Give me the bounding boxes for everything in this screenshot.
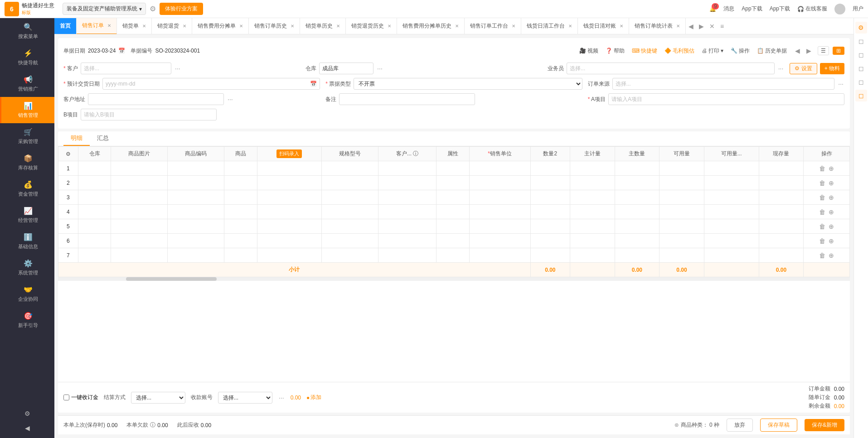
tab-sales-order-history[interactable]: 销售订单历史 ✕ xyxy=(249,18,300,34)
warehouse-input[interactable] xyxy=(319,63,373,74)
th-customer-code[interactable]: 客户... ⓘ xyxy=(378,147,436,161)
project-b-input[interactable] xyxy=(81,109,217,120)
row-5-avail2[interactable] xyxy=(704,219,759,234)
project-a-input[interactable] xyxy=(608,93,844,105)
row-4-product[interactable] xyxy=(224,205,257,219)
row-5-unit[interactable] xyxy=(469,219,530,234)
customer-address-input[interactable] xyxy=(88,93,224,105)
row-7-image[interactable] xyxy=(111,248,168,263)
delete-row-4-btn[interactable]: 🗑 xyxy=(818,207,826,217)
th-main-qty[interactable]: 主数量 xyxy=(615,147,659,161)
tab-close-sales-order-history[interactable]: ✕ xyxy=(291,24,294,29)
row-3-customer-code[interactable] xyxy=(378,190,436,205)
sidebar-item-basic-info[interactable]: ℹ️ 基础信息 xyxy=(0,228,54,255)
delete-row-7-btn[interactable]: 🗑 xyxy=(818,251,826,260)
tab-sales-return[interactable]: 销货退货 ✕ xyxy=(152,18,192,34)
sidebar-item-sales[interactable]: 📊 销售管理 xyxy=(0,97,54,123)
discard-btn[interactable]: 放弃 xyxy=(727,419,753,432)
save-draft-btn[interactable]: 保存草稿 xyxy=(760,419,797,432)
operate-btn[interactable]: 🔧 操作 xyxy=(729,46,752,56)
row-6-current[interactable] xyxy=(759,234,804,248)
row-4-main-unit[interactable] xyxy=(570,205,615,219)
row-6-spec[interactable] xyxy=(322,234,378,248)
row-6-attr[interactable] xyxy=(436,234,469,248)
row-6-code[interactable] xyxy=(168,234,224,248)
right-sidebar-btn-5[interactable]: ◻ xyxy=(855,90,867,101)
tab-expense-history[interactable]: 销售费用分摊单历史 ✕ xyxy=(397,18,465,34)
row-7-avail[interactable] xyxy=(659,248,704,263)
history-btn[interactable]: 📋 历史单据 xyxy=(755,46,789,56)
tab-daily-reconcile[interactable]: 钱货日清对账 ✕ xyxy=(578,18,629,34)
row-3-qty2[interactable] xyxy=(530,190,570,205)
row-1-image[interactable] xyxy=(111,161,168,176)
tab-home[interactable]: 首页 xyxy=(54,18,77,34)
notification-bell[interactable]: 🔔 9 xyxy=(709,6,716,12)
tab-sales-stats[interactable]: 销售订单统计表 ✕ xyxy=(629,18,686,34)
row-7-product[interactable] xyxy=(224,248,257,263)
row-2-current[interactable] xyxy=(759,176,804,190)
right-sidebar-btn-3[interactable]: ◻ xyxy=(855,63,867,74)
tab-return-history[interactable]: 销货退货历史 ✕ xyxy=(346,18,397,34)
row-4-current[interactable] xyxy=(759,205,804,219)
sidebar-item-tutorial[interactable]: 🎯 新手引导 xyxy=(0,307,54,333)
right-sidebar-btn-1[interactable]: ◻ xyxy=(855,35,867,47)
row-2-warehouse[interactable] xyxy=(78,176,111,190)
delivery-date-input[interactable]: yyyy-mm-dd 📅 xyxy=(102,78,320,90)
row-7-unit[interactable] xyxy=(469,248,530,263)
row-7-qty2[interactable] xyxy=(530,248,570,263)
scrollbar-area[interactable] xyxy=(58,277,850,281)
save-new-btn[interactable]: 保存&新增 xyxy=(805,419,844,431)
sidebar-item-operations[interactable]: 📈 经营管理 xyxy=(0,202,54,228)
row-1-code[interactable] xyxy=(168,161,224,176)
row-2-avail[interactable] xyxy=(659,176,704,190)
row-5-qty2[interactable] xyxy=(530,219,570,234)
tab-sales-expense[interactable]: 销售费用分摊单 ✕ xyxy=(192,18,249,34)
sidebar-item-quicknav[interactable]: ⚡ 快捷导航 xyxy=(0,44,54,71)
collection-account-select[interactable]: 选择... xyxy=(218,392,272,404)
row-3-avail[interactable] xyxy=(659,190,704,205)
row-7-main-unit[interactable] xyxy=(570,248,615,263)
tab-next-btn[interactable]: ▶ xyxy=(696,18,707,34)
row-6-warehouse[interactable] xyxy=(78,234,111,248)
row-3-code[interactable] xyxy=(168,190,224,205)
th-qty2[interactable]: 数量2 xyxy=(530,147,570,161)
row-7-warehouse[interactable] xyxy=(78,248,111,263)
row-3-current[interactable] xyxy=(759,190,804,205)
sidebar-settings-btn[interactable]: ⚙ xyxy=(2,407,53,420)
row-1-qty2[interactable] xyxy=(530,161,570,176)
row-6-image[interactable] xyxy=(111,234,168,248)
row-5-main-unit[interactable] xyxy=(570,219,615,234)
scrollbar-thumb[interactable] xyxy=(126,277,217,281)
tab-sales-order[interactable]: 销售订单 ✕ xyxy=(77,18,117,34)
row-1-avail[interactable] xyxy=(659,161,704,176)
row-7-customer-code[interactable] xyxy=(378,248,436,263)
row-6-qty2[interactable] xyxy=(530,234,570,248)
tab-close-sales-invoice[interactable]: ✕ xyxy=(142,24,146,29)
avatar[interactable] xyxy=(834,4,845,14)
salesperson-more-btn[interactable]: ··· xyxy=(777,64,785,73)
copy-row-2-btn[interactable]: ⊕ xyxy=(828,178,835,188)
calendar-icon[interactable]: 📅 xyxy=(118,48,125,54)
row-5-product[interactable] xyxy=(224,219,257,234)
view-video-btn[interactable]: 🎥 视频 xyxy=(577,46,600,56)
row-6-unit[interactable] xyxy=(469,234,530,248)
copy-row-7-btn[interactable]: ⊕ xyxy=(828,251,835,260)
grid-view-btn[interactable]: ⊞ xyxy=(833,47,844,55)
row-1-customer-code[interactable] xyxy=(378,161,436,176)
delete-row-2-btn[interactable]: 🗑 xyxy=(818,178,826,188)
row-4-customer-code[interactable] xyxy=(378,205,436,219)
row-7-main-qty[interactable] xyxy=(615,248,659,263)
payment-method-dropdown[interactable]: 选择... xyxy=(131,392,185,403)
row-1-product[interactable] xyxy=(224,161,257,176)
row-5-avail[interactable] xyxy=(659,219,704,234)
row-2-attr[interactable] xyxy=(436,176,469,190)
tab-close-sales-order[interactable]: ✕ xyxy=(107,23,111,28)
row-1-spec[interactable] xyxy=(322,161,378,176)
th-spec[interactable]: 规格型号 xyxy=(322,147,378,161)
order-source-more-btn[interactable]: ··· xyxy=(837,79,844,88)
sidebar-item-marketing[interactable]: 📢 营销推广 xyxy=(0,71,54,97)
scan-input-btn[interactable]: 扫码录入 xyxy=(276,149,302,158)
row-6-customer-code[interactable] xyxy=(378,234,436,248)
copy-row-1-btn[interactable]: ⊕ xyxy=(828,164,835,173)
tab-daily-workbench[interactable]: 钱货日清工作台 ✕ xyxy=(521,18,578,34)
